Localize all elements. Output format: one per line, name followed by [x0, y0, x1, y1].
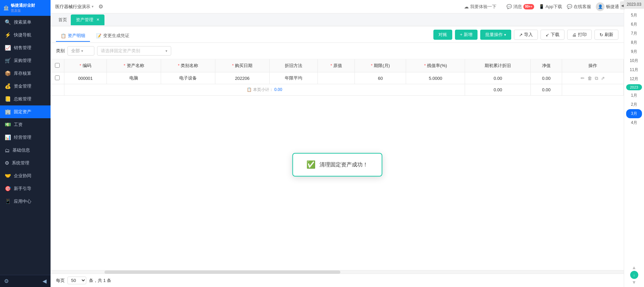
sidebar-item-basic-info[interactable]: 🗂 基础信息 [0, 144, 51, 157]
sidebar-item-quick-nav[interactable]: ⚡ 快捷导航 [0, 29, 51, 41]
category-select[interactable]: 全部 ▾ [67, 46, 94, 56]
th-checkbox [51, 59, 64, 72]
user-label: 畅捷通 [606, 4, 619, 10]
notifications-item[interactable]: 💬 消息 99++ [507, 4, 534, 10]
month-6[interactable]: 6月 [624, 20, 644, 29]
per-page-select[interactable]: 50 100 200 [67, 277, 86, 284]
sidebar-item-label: 应用中心 [14, 198, 31, 204]
sub-tab-voucher[interactable]: 📝 变更生成凭证 [91, 30, 134, 42]
notification-icon: 💬 [507, 4, 512, 9]
tab-asset-management[interactable]: 资产管理 ✕ [71, 14, 104, 25]
current-year-label: 2023 [626, 84, 642, 90]
month-2[interactable]: 2月 [624, 100, 644, 109]
sidebar-item-operations[interactable]: 📊 经营管理 [0, 131, 51, 144]
topbar: 医疗器械行业演示 ▾ ⚙ ☁ 我要体验一下 💬 消息 99++ 📱 App下载 … [51, 0, 624, 13]
right-panel-toggle[interactable]: ◀ [620, 1, 625, 9]
month-3-active[interactable]: 3月 [626, 109, 642, 118]
more-icon[interactable]: ⇗ [601, 75, 605, 81]
horizontal-scrollbar[interactable] [51, 270, 624, 274]
print-button[interactable]: 🖨 打印 [567, 30, 592, 40]
sidebar-item-search[interactable]: 🔍 搜索菜单 [0, 16, 51, 29]
sidebar-item-apps[interactable]: 📱 应用中心 [0, 195, 51, 208]
sidebar-header: 🏦 畅捷通好业财 普及版 [0, 0, 51, 16]
panel-chevron-down[interactable]: ▼ [632, 280, 637, 285]
batch-chevron-icon: ▾ [504, 33, 506, 37]
new-button[interactable]: + 新增 [455, 30, 478, 40]
sidebar-item-finance[interactable]: 💰 资金管理 [0, 80, 51, 93]
sidebar-item-payroll[interactable]: 💵 工资 [0, 118, 51, 131]
category-label: 类别 [56, 48, 65, 54]
print-icon: 🖨 [572, 32, 577, 37]
row-code: 000001 [64, 72, 107, 84]
total-label: 条，共 1 条 [89, 278, 111, 284]
reconcile-button[interactable]: 对账 [433, 30, 452, 40]
support-item[interactable]: 💬 在线客服 [567, 4, 591, 10]
sidebar-item-purchase[interactable]: 🛒 采购管理 [0, 54, 51, 67]
right-panel-header: 2023.03 [624, 0, 644, 9]
tab-home[interactable]: 首页 [55, 14, 71, 25]
sidebar-settings-icon[interactable]: ⚙ [4, 278, 9, 284]
operations-icon: 📊 [5, 134, 11, 140]
month-8[interactable]: 8月 [624, 38, 644, 47]
panel-toggle-icon: ◀ [621, 4, 624, 7]
user-item[interactable]: 👤 畅捷通 [596, 2, 619, 11]
right-panel-bottom: ▲ ↓ ▼ [630, 263, 638, 287]
copy-icon[interactable]: ⧉ [595, 75, 598, 81]
category-input-placeholder: 请选择固定资产类别 [101, 48, 165, 54]
app-version: 普及版 [11, 8, 35, 13]
sidebar-item-label: 资金管理 [14, 83, 31, 89]
category-type-input[interactable]: 请选择固定资产类别 ▾ [97, 46, 171, 56]
panel-current-dot: ↓ [630, 271, 638, 279]
tab-close-icon[interactable]: ✕ [96, 18, 99, 22]
sidebar-item-enterprise[interactable]: 🤝 企业协同 [0, 169, 51, 182]
scrollbar-thumb[interactable] [104, 270, 340, 274]
month-12[interactable]: 12月 [624, 74, 644, 84]
basic-info-icon: 🗂 [5, 148, 10, 153]
sidebar-item-inventory[interactable]: 📦 库存核算 [0, 67, 51, 80]
delete-icon[interactable]: 🗑 [587, 75, 592, 81]
month-1[interactable]: 1月 [624, 91, 644, 100]
th-purchase-date: * 购买日期 [215, 59, 269, 72]
per-page-label: 每页 [56, 278, 65, 284]
download-button[interactable]: ↙ 下载 [541, 30, 564, 40]
topbar-experience[interactable]: ☁ 我要体验一下 [464, 4, 496, 10]
sidebar-item-ledger[interactable]: 📒 总账管理 [0, 93, 51, 105]
topbar-settings-icon[interactable]: ⚙ [98, 3, 103, 10]
month-9[interactable]: 9月 [624, 47, 644, 56]
month-5[interactable]: 5月 [624, 11, 644, 20]
download-label: App下载 [546, 4, 562, 10]
sidebar-item-system[interactable]: ⚙ 系统管理 [0, 157, 51, 169]
avatar: 👤 [596, 2, 605, 11]
category-chevron-icon: ▾ [81, 49, 83, 53]
subtotal-net: 0.00 [531, 84, 562, 96]
import-button[interactable]: ↗ 导入 [514, 30, 538, 40]
month-11[interactable]: 11月 [624, 65, 644, 74]
panel-chevron-up[interactable]: ▲ [632, 265, 637, 270]
batch-button[interactable]: 批量操作 ▾ [480, 30, 511, 40]
month-4[interactable]: 4月 [624, 118, 644, 127]
sidebar-item-guide[interactable]: 🎯 新手引导 [0, 182, 51, 195]
topbar-company[interactable]: 医疗器械行业演示 ▾ [55, 4, 94, 10]
sidebar-item-fixed-assets[interactable]: 🏢 固定资产 [0, 105, 51, 118]
subtotal-label: 本页小计： [253, 87, 273, 92]
sidebar-item-sales[interactable]: 📈 销售管理 [0, 41, 51, 54]
category-select-value: 全部 [71, 48, 80, 54]
sales-icon: 📈 [5, 45, 11, 51]
month-7[interactable]: 7月 [624, 29, 644, 38]
edit-icon[interactable]: ✏ [581, 75, 585, 81]
sub-tab-asset-detail[interactable]: 📋 资产明细 [56, 30, 90, 42]
sidebar-item-label: 采购管理 [14, 58, 31, 64]
refresh-button[interactable]: ↻ 刷新 [594, 30, 618, 40]
ledger-icon: 📒 [5, 96, 11, 102]
app-logo-icon: 🏦 [3, 5, 9, 10]
sidebar: 🏦 畅捷通好业财 普及版 🔍 搜索菜单 ⚡ 快捷导航 📈 销售管理 🛒 采购管理… [0, 0, 51, 287]
th-residual-rate: * 残值率(%) [406, 59, 465, 72]
row-checkbox[interactable] [55, 75, 60, 80]
subtotal-icon: 📋 [247, 87, 252, 92]
year-month-list: 5月 6月 7月 8月 9月 10月 11月 12月 2023 1月 2月 3月… [624, 9, 644, 263]
month-10[interactable]: 10月 [624, 56, 644, 65]
payroll-icon: 💵 [5, 122, 11, 128]
select-all-checkbox[interactable] [55, 63, 60, 68]
download-item[interactable]: 📱 App下载 [539, 4, 562, 10]
sidebar-collapse-icon[interactable]: ◀ [42, 278, 47, 284]
